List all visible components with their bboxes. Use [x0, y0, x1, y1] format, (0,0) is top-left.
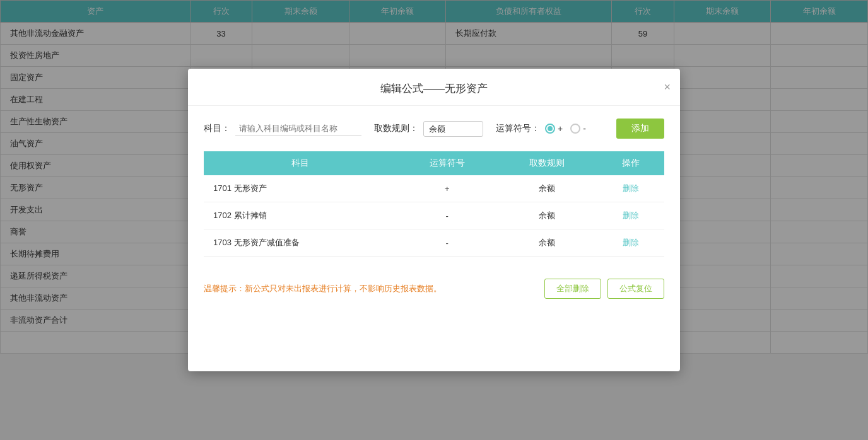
add-button[interactable]: 添加: [616, 119, 664, 139]
form-row: 科目： 取数规则： 余额 借方余额 贷方余额 借方发生额 贷方发生额 运算符号：: [188, 106, 680, 148]
modal-close-button[interactable]: ×: [664, 81, 671, 93]
delete-row-link[interactable]: 删除: [623, 238, 639, 247]
radio-plus-circle: [545, 124, 555, 134]
rule-select[interactable]: 余额 借方余额 贷方余额 借方发生额 贷方发生额: [423, 121, 483, 137]
formula-row: 1701 无形资产 + 余额 删除: [204, 175, 664, 202]
formula-row: 1703 无形资产减值准备 - 余额 删除: [204, 229, 664, 257]
radio-minus-label: -: [583, 124, 586, 134]
rule-group: 取数规则： 余额 借方余额 贷方余额 借方发生额 贷方发生额: [374, 121, 483, 137]
th-subject: 科目: [204, 151, 397, 175]
radio-plus[interactable]: +: [545, 124, 563, 134]
formula-action-cell: 删除: [597, 229, 664, 257]
rule-label: 取数规则：: [374, 123, 418, 134]
modal-title: 编辑公式——无形资产: [380, 83, 488, 95]
th-action: 操作: [597, 151, 664, 175]
modal-dialog: 编辑公式——无形资产 × 科目： 取数规则： 余额 借方余额 贷方余额 借方发生…: [188, 69, 680, 371]
table-header-row: 科目 运算符号 取数规则 操作: [204, 151, 664, 175]
modal-overlay: 编辑公式——无形资产 × 科目： 取数规则： 余额 借方余额 贷方余额 借方发生…: [0, 0, 868, 440]
delete-row-link[interactable]: 删除: [623, 211, 639, 220]
delete-row-link[interactable]: 删除: [623, 183, 639, 193]
formula-rule-cell: 余额: [497, 202, 597, 229]
formula-action-cell: 删除: [597, 202, 664, 229]
formula-operator-cell: -: [397, 202, 497, 229]
modal-footer: 温馨提示：新公式只对未出报表进行计算，不影响历史报表数据。 全部删除 公式复位: [188, 269, 680, 305]
subject-group: 科目：: [204, 121, 361, 136]
formula-row: 1702 累计摊销 - 余额 删除: [204, 202, 664, 229]
data-table-wrap: 科目 运算符号 取数规则 操作 1701 无形资产 + 余额 删除 1702 累…: [204, 151, 664, 257]
delete-all-button[interactable]: 全部删除: [544, 279, 601, 299]
operator-label: 运算符号：: [496, 123, 540, 134]
formula-rule-cell: 余额: [497, 175, 597, 202]
formula-subject-cell: 1702 累计摊销: [204, 202, 397, 229]
formula-rule-cell: 余额: [497, 229, 597, 257]
formula-table: 科目 运算符号 取数规则 操作 1701 无形资产 + 余额 删除 1702 累…: [204, 151, 664, 257]
operator-group: 运算符号： + -: [496, 123, 586, 134]
formula-operator-cell: +: [397, 175, 497, 202]
formula-subject-cell: 1701 无形资产: [204, 175, 397, 202]
radio-minus[interactable]: -: [570, 124, 586, 134]
footer-hint: 温馨提示：新公式只对未出报表进行计算，不影响历史报表数据。: [204, 283, 442, 294]
subject-label: 科目：: [204, 123, 230, 134]
th-operator: 运算符号: [397, 151, 497, 175]
radio-plus-label: +: [558, 124, 563, 134]
rule-select-wrap: 余额 借方余额 贷方余额 借方发生额 贷方发生额: [423, 121, 483, 137]
reset-formula-button[interactable]: 公式复位: [607, 279, 664, 299]
th-rule: 取数规则: [497, 151, 597, 175]
formula-subject-cell: 1703 无形资产减值准备: [204, 229, 397, 257]
formula-operator-cell: -: [397, 229, 497, 257]
subject-input[interactable]: [235, 121, 361, 136]
modal-header: 编辑公式——无形资产 ×: [188, 69, 680, 106]
formula-action-cell: 删除: [597, 175, 664, 202]
radio-group: + -: [545, 124, 586, 134]
radio-minus-circle: [570, 124, 580, 134]
footer-buttons: 全部删除 公式复位: [544, 279, 664, 299]
